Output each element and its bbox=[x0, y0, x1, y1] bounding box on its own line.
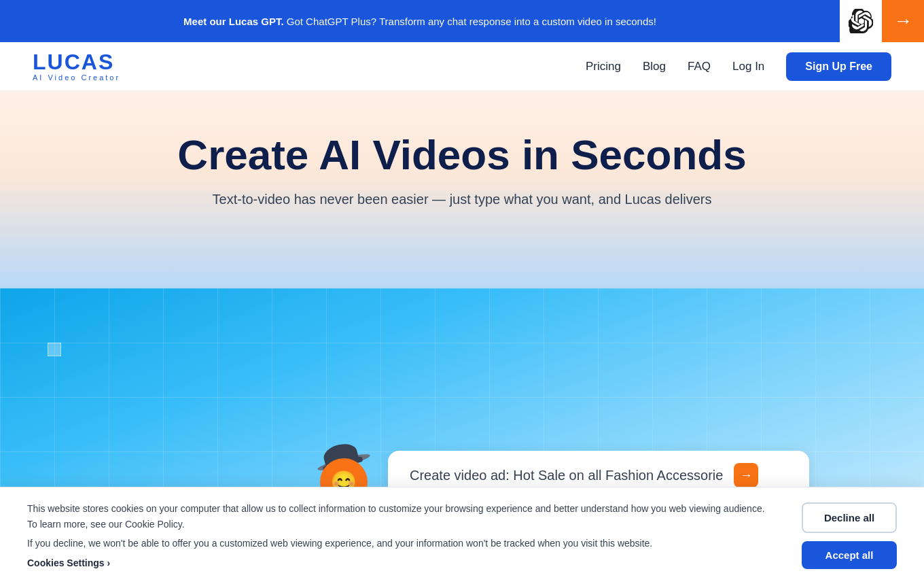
hero-subtitle: Text-to-video has never been easier — ju… bbox=[14, 192, 910, 207]
openai-logo-container bbox=[840, 0, 882, 42]
signup-button[interactable]: Sign Up Free bbox=[786, 52, 891, 81]
cookie-text-area: This website stores cookies on your comp… bbox=[27, 501, 775, 547]
logo-subtitle: AI Video Creator bbox=[33, 74, 120, 82]
accept-button[interactable]: Accept all bbox=[802, 541, 897, 547]
nav-pricing[interactable]: Pricing bbox=[586, 60, 621, 73]
banner-regular: Got ChatGPT Plus? Transform any chat res… bbox=[284, 16, 656, 27]
cookie-buttons: Decline all Accept all bbox=[802, 502, 897, 547]
logo[interactable]: LUCAS AI Video Creator bbox=[33, 51, 120, 82]
prompt-go-button[interactable]: → bbox=[734, 463, 758, 487]
banner-bold: Meet our Lucas GPT. bbox=[183, 16, 284, 27]
logo-text: LUCAS bbox=[33, 51, 120, 73]
decline-button[interactable]: Decline all bbox=[802, 502, 897, 533]
banner-text: Meet our Lucas GPT. Got ChatGPT Plus? Tr… bbox=[0, 14, 840, 29]
banner-arrow-button[interactable]: → bbox=[882, 0, 924, 42]
nav-links: Pricing Blog FAQ Log In Sign Up Free bbox=[586, 52, 891, 81]
nav-faq[interactable]: FAQ bbox=[688, 60, 711, 73]
nav-blog[interactable]: Blog bbox=[643, 60, 666, 73]
prompt-text: Create video ad: Hot Sale on all Fashion… bbox=[410, 468, 723, 483]
nav-login[interactable]: Log In bbox=[732, 60, 764, 73]
cookie-banner: This website stores cookies on your comp… bbox=[0, 487, 924, 547]
navbar: LUCAS AI Video Creator Pricing Blog FAQ … bbox=[0, 42, 924, 91]
openai-icon bbox=[849, 9, 873, 33]
decorative-square bbox=[48, 343, 61, 356]
cookie-text-1: This website stores cookies on your comp… bbox=[27, 501, 775, 532]
hero-title: Create AI Videos in Seconds bbox=[14, 132, 910, 178]
top-banner: Meet our Lucas GPT. Got ChatGPT Plus? Tr… bbox=[0, 0, 924, 42]
cookie-text-2: If you decline, we won't be able to offe… bbox=[27, 536, 775, 547]
hero-section: Create AI Videos in Seconds Text-to-vide… bbox=[0, 91, 924, 288]
